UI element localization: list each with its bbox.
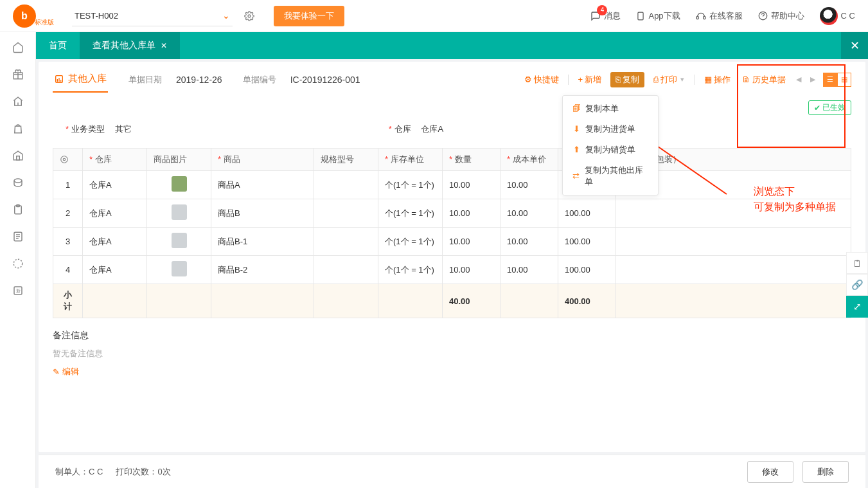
tab-home[interactable]: 首页 [36,32,80,59]
col-price: *成本单价 [500,149,558,171]
svg-rect-8 [16,156,19,160]
divider [568,75,569,85]
logo[interactable]: b [13,5,36,28]
nav-house-icon[interactable] [12,95,24,108]
modify-button[interactable]: 修改 [747,461,793,483]
cell-unit: 个(1个 = 1个) [378,256,443,284]
items-table: *仓库 商品图片 *商品 规格型号 *库存单位 *数量 *成本单价 *成本金额 … [53,148,851,318]
card-title: 其他入库 [53,66,108,93]
cell-wh: 仓库A [83,228,147,256]
gear-icon[interactable] [244,11,254,21]
nav-home-icon[interactable] [12,41,24,54]
help-icon [758,11,768,21]
messages-link[interactable]: 消息 4 [590,10,621,22]
action-button[interactable]: ▦ 操作 [702,72,733,87]
col-product: *商品 [211,149,314,171]
svg-point-16 [63,158,66,161]
nav-warehouse-icon[interactable] [12,149,24,162]
close-icon[interactable]: ✕ [161,41,167,50]
cell-img [147,256,211,284]
copy-purchase-option[interactable]: ⬇复制为进货单 [563,119,658,140]
check-icon: ✔ [814,104,820,113]
side-tool-expand-icon[interactable]: ⤢ [846,296,868,318]
side-tool-link-icon[interactable]: 🔗 [846,274,868,296]
copy-icon: ⎘ [616,75,621,84]
nav-clipboard-icon[interactable] [12,203,24,216]
svg-rect-3 [696,16,698,19]
table-row[interactable]: 2仓库A商品B个(1个 = 1个)10.0010.00100.00 [53,199,851,228]
history-button[interactable]: 🗎 历史单据 [740,72,788,87]
cell-wh: 仓库A [83,199,147,228]
service-link[interactable]: 在线客服 [696,10,743,22]
svg-rect-4 [704,16,705,19]
cell-amount: 100.00 [558,256,616,284]
cell-spec [314,199,378,228]
table-row[interactable]: 4仓库A商品B-2个(1个 = 1个)10.0010.00100.00 [53,256,851,284]
nav-money-icon[interactable] [12,176,24,189]
next-icon[interactable]: ▶ [809,75,817,84]
col-unit: *库存单位 [378,149,443,171]
remark-empty: 暂无备注信息 [53,348,851,359]
download-link[interactable]: App下载 [636,10,680,22]
nav-dashed-icon[interactable] [12,257,24,270]
col-gear[interactable] [53,149,83,171]
col-qty: *数量 [443,149,500,171]
num-value: IC-20191226-001 [290,75,360,85]
svg-point-0 [248,15,251,17]
svg-rect-1 [638,12,643,20]
cell-qty: 10.00 [443,256,500,284]
side-tool-note-icon[interactable]: 🗒 [846,252,868,274]
print-count-label: 打印次数： [116,466,157,478]
doc-icon: 🗐 [572,104,581,113]
view-list-icon[interactable]: ☰ [823,73,837,87]
nav-new-icon[interactable]: 新 [12,284,24,297]
cell-spec [314,171,378,199]
cell-price: 10.00 [500,199,558,228]
table-row[interactable]: 1仓库A商品A个(1个 = 1个)10.0010.00100.00 [53,171,851,199]
row-index: 2 [53,199,83,228]
nav-bag-icon[interactable] [12,122,24,135]
copy-this-option[interactable]: 🗐复制本单 [563,98,658,119]
nav-doc-icon[interactable] [12,230,24,243]
help-link[interactable]: 帮助中心 [758,10,804,22]
inventory-icon [54,74,64,84]
cell-price: 10.00 [500,228,558,256]
nav-gift-icon[interactable] [12,68,24,81]
cell-spec [314,256,378,284]
view-grid-icon[interactable]: ▤ [837,73,851,87]
close-all-icon[interactable]: ✕ [841,32,868,59]
try-button[interactable]: 我要体验一下 [274,6,344,26]
org-selector[interactable]: TEST-H002 ⌄ [72,6,233,26]
copy-button[interactable]: ⎘ 复制 [610,72,644,87]
cell-product: 商品B [211,199,314,228]
delete-button[interactable]: 删除 [802,461,849,483]
shortcut-button[interactable]: ⚙ 快捷键 [522,72,562,87]
creator-label: 制单人： [55,466,89,478]
copy-sales-option[interactable]: ⬆复制为销货单 [563,140,658,160]
date-value: 2019-12-26 [176,75,222,85]
in-icon: ⬇ [572,124,581,134]
tab-current[interactable]: 查看其他入库单 ✕ [80,32,180,59]
svg-point-17 [61,156,68,163]
cell-wh: 仓库A [83,256,147,284]
cell-spec [314,228,378,256]
chevron-down-icon: ⌄ [222,10,230,21]
edit-icon: ✎ [53,367,60,377]
user-menu[interactable]: C C [820,7,855,25]
cell-amount: 100.00 [558,228,616,256]
copy-other-out-option[interactable]: ⇄复制为其他出库单 [563,160,658,192]
add-button[interactable]: + 新增 [575,72,604,87]
phone-icon [636,11,645,21]
print-icon: ⎙ [653,75,659,84]
org-name: TEST-H002 [75,11,118,21]
cell-qty: 10.00 [443,171,500,199]
cell-wh: 仓库A [83,171,147,199]
col-img: 商品图片 [147,149,211,171]
edit-remark-button[interactable]: ✎ 编辑 [53,366,79,377]
cell-unit: 个(1个 = 1个) [378,199,443,228]
col-wh: *仓库 [83,149,147,171]
table-row[interactable]: 3仓库A商品B-1个(1个 = 1个)10.0010.00100.00 [53,228,851,256]
doc-icon: 🗎 [742,75,750,84]
print-button[interactable]: ⎙ 打印 ▾ [651,72,688,87]
prev-icon[interactable]: ◀ [795,75,802,84]
